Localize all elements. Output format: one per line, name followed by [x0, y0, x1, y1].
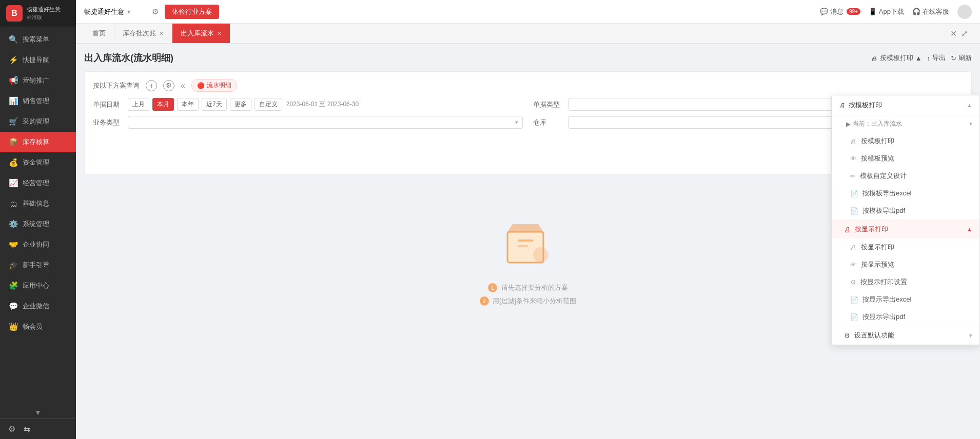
message-button[interactable]: 💬 消息 99+ — [820, 7, 860, 16]
dropdown-item-template-print[interactable]: 🖨 按模板打印 — [832, 132, 979, 150]
filter-settings-button[interactable]: ⚙ — [163, 80, 174, 91]
sidebar-item-appcenter[interactable]: 🧩 应用中心 — [0, 275, 76, 296]
tab-batch[interactable]: 库存批次账 ✕ — [114, 24, 172, 43]
sidebar-item-member[interactable]: 👑 畅会员 — [0, 316, 76, 337]
chevron-up-icon: ▲ — [915, 54, 922, 62]
sidebar-footer: ⚙ ⇆ — [0, 418, 76, 439]
scroll-down-button[interactable]: ▼ — [34, 408, 42, 416]
sidebar-item-search[interactable]: 🔍 搜索菜单 — [0, 29, 76, 50]
printer-icon3: 🖨 — [850, 137, 857, 145]
sidebar-item-label: 资金管理 — [23, 158, 49, 167]
marketing-icon: 📢 — [8, 75, 18, 86]
sidebar-item-operation[interactable]: 📈 经营管理 — [0, 173, 76, 193]
tab-flow[interactable]: 出入库流水 ✕ — [172, 24, 230, 43]
dropdown-display-section: 🖨 按显示打印 👁 按显示预览 ⚙ 按显示打印设置 📄 按显示导出excel 📄 — [832, 238, 979, 326]
topbar-brand: 畅捷通好生意 ▾ — [84, 7, 146, 16]
refresh-label: 刷新 — [958, 53, 972, 63]
filter-add-button[interactable]: + — [146, 80, 157, 91]
dropdown-item-template-preview[interactable]: 👁 按模板预览 — [832, 150, 979, 167]
page-actions: 🖨 按模板打印 ▲ ↑ 导出 ↻ 刷新 — [871, 53, 972, 63]
svg-point-4 — [533, 247, 548, 263]
system-icon: ⚙️ — [8, 219, 18, 229]
filter-collapse-icon[interactable]: « — [181, 81, 185, 90]
sidebar-item-label: 企业微信 — [23, 302, 49, 311]
settings-icon[interactable]: ⚙ — [8, 424, 15, 434]
dropdown-footer[interactable]: ⚙ 设置默认功能 ▾ — [832, 326, 979, 345]
filter-tag-icon: 🔴 — [197, 82, 205, 89]
sidebar-item-label: 系统管理 — [23, 220, 49, 229]
filter-tag-label: 流水明细 — [207, 81, 231, 90]
empty-illustration — [502, 222, 554, 273]
app-download-button[interactable]: 📱 App下载 — [869, 7, 904, 16]
sidebar-scroll-down[interactable]: ▼ — [0, 406, 76, 418]
user-avatar[interactable] — [957, 5, 972, 19]
filter-biztype-field: 业务类型 ▾ — [93, 116, 523, 129]
phone-icon: 📱 — [869, 8, 877, 15]
sidebar-item-label: 基础信息 — [23, 199, 49, 208]
sidebar-item-label: 企业协同 — [23, 240, 49, 249]
tab-home-label: 首页 — [92, 29, 106, 38]
page-header: 出入库流水(流水明细) 🖨 按模板打印 ▲ ↑ 导出 ↻ 刷新 — [84, 52, 972, 64]
tab-home[interactable]: 首页 — [84, 24, 114, 43]
warehouse-field-label: 仓库 — [533, 118, 564, 127]
sidebar-item-cooperation[interactable]: 🤝 企业协同 — [0, 234, 76, 255]
refresh-button[interactable]: ↻ 刷新 — [951, 53, 972, 63]
close-tab-button[interactable]: ✕ — [950, 29, 957, 38]
sidebar-item-marketing[interactable]: 📢 营销推广 — [0, 70, 76, 91]
pdf-icon: 📄 — [850, 207, 858, 215]
doctype-field-label: 单据类型 — [533, 100, 564, 109]
sidebar-item-label: 新手引导 — [23, 261, 49, 270]
sidebar-item-system[interactable]: ⚙️ 系统管理 — [0, 214, 76, 234]
sidebar-item-label: 搜索菜单 — [23, 35, 49, 44]
dropdown-item-display-settings[interactable]: ⚙ 按显示打印设置 — [832, 273, 979, 291]
dropdown-item-template-custom[interactable]: ✏ 模板自定义设计 — [832, 167, 979, 185]
expand-tab-button[interactable]: ⤢ — [961, 29, 968, 38]
tab-flow-close-icon[interactable]: ✕ — [217, 30, 222, 37]
dropdown-item-display-print[interactable]: 🖨 按显示打印 — [832, 238, 979, 256]
date-cur-month-button[interactable]: 本月 — [152, 98, 174, 111]
sidebar-item-label: 经营管理 — [23, 178, 49, 188]
topbar-actions: 💬 消息 99+ 📱 App下载 🎧 在线客服 — [820, 5, 972, 19]
date-more-button[interactable]: 更多 — [230, 98, 251, 111]
date-cur-year-button[interactable]: 本年 — [177, 98, 199, 111]
dropdown-item-display-preview[interactable]: 👁 按显示预览 — [832, 256, 979, 273]
dropdown-header-arrow[interactable]: ▲ — [967, 102, 972, 108]
topbar-brand-text: 畅捷通好生意 — [84, 7, 124, 16]
sidebar-item-guide[interactable]: 🎓 新手引导 — [0, 255, 76, 275]
app-version: 标准版 — [27, 14, 61, 21]
sidebar-item-shortcut[interactable]: ⚡ 快捷导航 — [0, 50, 76, 70]
date-custom-button[interactable]: 自定义 — [254, 98, 282, 111]
industry-solution-button[interactable]: 体验行业方案 — [165, 5, 219, 19]
collapse-sidebar-icon[interactable]: ⇆ — [24, 424, 30, 434]
online-service-button[interactable]: 🎧 在线客服 — [912, 7, 949, 16]
dropdown-item-display-pdf[interactable]: 📄 按显示导出pdf — [832, 308, 979, 326]
dropdown-item-display-excel[interactable]: 📄 按显示导出excel — [832, 291, 979, 308]
sidebar-item-inventory[interactable]: 📦 库存核算 — [0, 132, 76, 152]
topbar-chevron-icon[interactable]: ▾ — [127, 8, 130, 15]
template-print-button[interactable]: 🖨 按模板打印 ▲ — [871, 53, 922, 63]
topbar-gear-icon[interactable]: ⚙ — [152, 7, 159, 16]
date-7days-button[interactable]: 近7天 — [202, 98, 227, 111]
sidebar-item-label: 销售管理 — [23, 96, 49, 106]
filter-tag: 🔴 流水明细 — [191, 79, 237, 92]
dropdown-current-label: ▶ 当前：出入库流水 ▾ — [832, 115, 979, 132]
sidebar-item-basic[interactable]: 🗂 基础信息 — [0, 193, 76, 214]
guide-icon: 🎓 — [8, 260, 18, 270]
date-prev-month-button[interactable]: 上月 — [128, 98, 149, 111]
tabbar-right-actions: ✕ ⤢ — [946, 29, 972, 38]
export-button[interactable]: ↑ 导出 — [927, 53, 946, 63]
tab-batch-close-icon[interactable]: ✕ — [159, 30, 164, 37]
sidebar-item-label: 畅会员 — [23, 322, 43, 331]
sidebar-item-wechat[interactable]: 💬 企业微信 — [0, 296, 76, 316]
dropdown-item-template-pdf[interactable]: 📄 按模板导出pdf — [832, 202, 979, 220]
display-print-icon: 🖨 — [844, 226, 851, 233]
sidebar-item-sales[interactable]: 📊 销售管理 — [0, 91, 76, 111]
sidebar-item-purchase[interactable]: 🛒 采购管理 — [0, 111, 76, 132]
dropdown-header: 🖨 按模板打印 ▲ — [832, 95, 979, 115]
dropdown-display-section-header[interactable]: 🖨 按显示打印 ▲ — [832, 220, 979, 238]
biztype-select[interactable]: ▾ — [128, 116, 523, 129]
filter-top-row: 按以下方案查询 + ⚙ « 🔴 流水明细 — [93, 79, 963, 92]
current-chevron-icon: ▾ — [969, 121, 972, 127]
dropdown-item-template-excel[interactable]: 📄 按模板导出excel — [832, 185, 979, 202]
sidebar-item-finance[interactable]: 💰 资金管理 — [0, 152, 76, 173]
